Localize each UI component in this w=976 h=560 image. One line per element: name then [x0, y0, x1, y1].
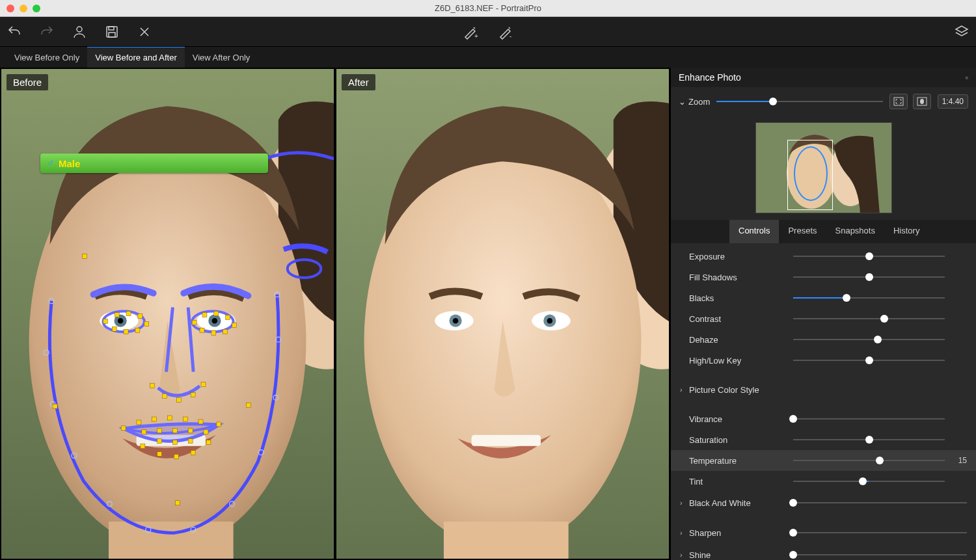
zoom-fit-button[interactable]: [889, 94, 908, 109]
after-pane[interactable]: After: [336, 69, 669, 559]
chevron-down-icon: ⌄: [679, 97, 686, 107]
panel-menu-icon[interactable]: ◦: [965, 72, 968, 83]
zoom-navigator: [671, 116, 976, 220]
brush-subtract-button[interactable]: -: [498, 24, 513, 40]
tab-snapshots[interactable]: Snapshots: [826, 220, 884, 243]
chevron-right-icon: ›: [680, 499, 689, 507]
tab-after-only[interactable]: View After Only: [185, 47, 258, 68]
after-image: [336, 69, 669, 559]
close-button[interactable]: [137, 24, 152, 40]
chevron-right-icon: ›: [680, 529, 689, 537]
svg-point-14: [212, 318, 218, 324]
close-window-button[interactable]: [7, 5, 14, 12]
gender-tag[interactable]: ♂ Male: [40, 153, 268, 173]
navigator-thumbnail[interactable]: [755, 122, 892, 213]
svg-point-0: [77, 27, 82, 32]
slider-exposure[interactable]: Exposure: [671, 246, 976, 267]
control-tabs: Controls Presets Snapshots History: [671, 220, 976, 243]
right-panel: Enhance Photo ◦ ⌄ Zoom 1:4.40: [670, 68, 976, 560]
svg-rect-16: [109, 522, 234, 559]
svg-rect-87: [444, 522, 569, 559]
slider-blacks[interactable]: Blacks: [671, 287, 976, 308]
after-label: After: [342, 74, 375, 90]
tab-before-only[interactable]: View Before Only: [7, 47, 87, 68]
svg-rect-86: [472, 435, 541, 446]
slider-contrast[interactable]: Contrast: [671, 308, 976, 329]
slider-high-low-key[interactable]: High/Low Key: [671, 350, 976, 371]
tab-before-after[interactable]: View Before and After: [87, 46, 185, 68]
tab-history[interactable]: History: [884, 220, 929, 243]
tab-controls[interactable]: Controls: [729, 220, 779, 243]
slider-vibrance[interactable]: Vibrance: [671, 408, 976, 429]
zoom-row: ⌄ Zoom 1:4.40: [671, 87, 976, 116]
chevron-right-icon: ›: [680, 386, 689, 393]
gender-label: Male: [59, 158, 80, 169]
svg-rect-88: [894, 98, 903, 105]
redo-button[interactable]: [39, 24, 55, 40]
main-toolbar: + -: [0, 17, 976, 47]
section-picture-color-style[interactable]: › Picture Color Style: [671, 379, 976, 401]
svg-text:-: -: [509, 33, 511, 40]
zoom-slider[interactable]: [716, 95, 882, 108]
zoom-toggle[interactable]: ⌄ Zoom: [679, 97, 710, 107]
zoom-ratio[interactable]: 1:4.40: [938, 94, 968, 109]
before-pane[interactable]: Before: [1, 69, 334, 559]
slider-tint[interactable]: Tint: [671, 471, 976, 492]
section-shine[interactable]: › Shine: [671, 544, 976, 560]
chevron-right-icon: ›: [680, 551, 689, 559]
maximize-window-button[interactable]: [33, 5, 40, 12]
svg-rect-2: [109, 27, 114, 30]
controls-list: Exposure Fill Shadows Blacks Contrast De…: [671, 243, 976, 560]
male-icon: ♂: [47, 157, 55, 169]
save-button[interactable]: [104, 24, 120, 40]
brush-add-button[interactable]: +: [463, 24, 478, 40]
before-image: [1, 69, 334, 559]
slider-saturation[interactable]: Saturation: [671, 429, 976, 450]
minimize-window-button[interactable]: [20, 5, 27, 12]
svg-rect-3: [109, 33, 115, 37]
window-title: Z6D_6183.NEF - PortraitPro: [0, 3, 976, 13]
panel-header: Enhance Photo ◦: [671, 68, 976, 87]
window-titlebar: Z6D_6183.NEF - PortraitPro: [0, 0, 976, 17]
zoom-face-button[interactable]: [913, 94, 931, 109]
svg-rect-15: [137, 435, 206, 446]
svg-point-90: [920, 99, 924, 104]
before-label: Before: [7, 74, 48, 90]
undo-button[interactable]: [7, 24, 22, 40]
svg-point-11: [118, 318, 124, 324]
svg-point-85: [547, 318, 553, 324]
slider-dehaze[interactable]: Dehaze: [671, 329, 976, 350]
view-mode-tabs: View Before Only View Before and After V…: [0, 47, 976, 68]
section-black-and-white[interactable]: › Black And White: [671, 492, 976, 514]
panel-title: Enhance Photo: [679, 72, 741, 83]
image-compare-area: Before: [0, 68, 670, 560]
slider-temperature[interactable]: Temperature 15: [671, 450, 976, 471]
tab-presets[interactable]: Presets: [779, 220, 826, 243]
svg-point-82: [453, 318, 459, 324]
person-button[interactable]: [72, 24, 87, 40]
layers-button[interactable]: [954, 24, 969, 40]
svg-text:+: +: [474, 33, 478, 40]
traffic-lights: [7, 5, 40, 12]
slider-fill-shadows[interactable]: Fill Shadows: [671, 267, 976, 287]
section-sharpen[interactable]: › Sharpen: [671, 522, 976, 544]
